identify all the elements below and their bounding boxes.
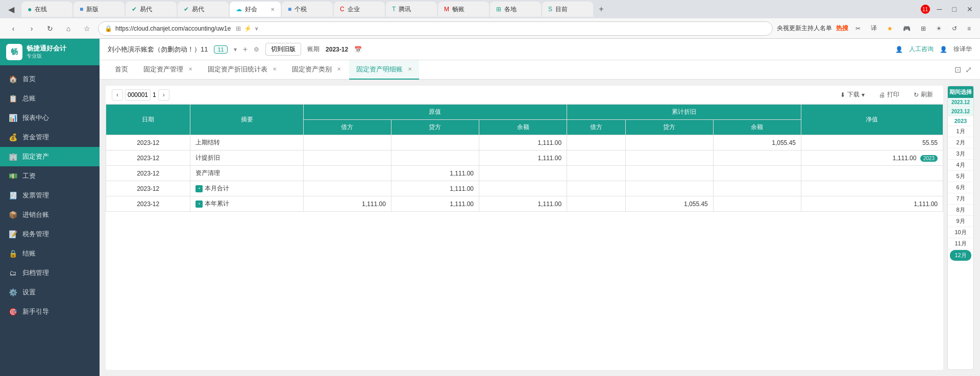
scissor-icon[interactable]: ✂ <box>852 24 864 33</box>
forward-btn[interactable]: › <box>24 21 39 36</box>
customer-service-icon: 👤 <box>895 46 903 53</box>
period-month-12[interactable]: 12月 <box>950 250 971 261</box>
tab-易代2[interactable]: ✔ 易代 <box>178 2 229 17</box>
customer-service-label[interactable]: 人工咨询 <box>909 45 934 54</box>
tab-畅账[interactable]: M 畅账 <box>438 2 489 17</box>
sidebar-item-guide[interactable]: 🎯 新手引导 <box>0 302 100 321</box>
page-code-input[interactable] <box>125 89 151 101</box>
brightness-icon[interactable]: ☀ <box>933 24 945 33</box>
grid-icon[interactable]: ⊞ <box>918 24 929 33</box>
sidebar-item-settings[interactable]: ⚙️ 设置 <box>0 283 100 302</box>
tab-新版[interactable]: ■ 新版 <box>74 2 125 17</box>
page-tab-fa-mgmt[interactable]: 固定资产管理 ✕ <box>136 60 200 80</box>
sidebar-label-invoices: 发票管理 <box>22 191 49 200</box>
col-accum-debit: 借方 <box>567 120 625 135</box>
page-tab-fa-detail[interactable]: 固定资产明细账 ✕ <box>349 60 419 80</box>
tab-企业[interactable]: C 企业 <box>334 2 385 17</box>
back-btn[interactable]: ‹ <box>6 21 20 36</box>
inventory-icon: 📦 <box>8 210 17 219</box>
summary-text-4: 本月合计 <box>205 184 229 193</box>
guide-icon: 🎯 <box>8 307 17 316</box>
undo-icon[interactable]: ↺ <box>949 24 960 33</box>
close-tab-fa-detail[interactable]: ✕ <box>408 66 412 72</box>
tab-在线[interactable]: ● 在线 <box>21 2 72 17</box>
cell-accum-credit-5: 1,055.45 <box>625 196 713 212</box>
period-month-10[interactable]: 10月 <box>948 227 973 238</box>
refresh-btn[interactable]: ↻ 刷新 <box>910 89 937 101</box>
fixed-assets-table: 日期 摘要 原值 累计折旧 净值 借方 贷方 余额 借方 <box>106 104 943 212</box>
menu-icon[interactable]: ≡ <box>964 24 974 33</box>
tab-目前[interactable]: S 目前 <box>542 2 593 17</box>
close-tab-fa-mgmt[interactable]: ✕ <box>188 66 192 72</box>
col-orig-debit: 借方 <box>303 120 391 135</box>
refresh-label: 刷新 <box>921 90 933 99</box>
sidebar-item-archive[interactable]: 🗂 归档管理 <box>0 263 100 283</box>
expand-account-btn[interactable]: ▾ <box>234 46 237 53</box>
prev-page-btn[interactable]: ‹ <box>112 89 123 101</box>
tab-close-好会[interactable]: ✕ <box>271 7 275 12</box>
sidebar-item-closing[interactable]: 🔒 结账 <box>0 244 100 263</box>
sidebar-item-home[interactable]: 🏠 首页 <box>0 69 100 89</box>
sidebar-item-payroll[interactable]: 💵 工资 <box>0 166 100 186</box>
home-btn[interactable]: ⌂ <box>61 21 76 36</box>
cell-orig-credit-3: 1,111.00 <box>391 166 479 181</box>
period-month-1[interactable]: 1月 <box>948 126 973 137</box>
period-month-6[interactable]: 6月 <box>948 182 973 193</box>
sidebar-item-tax[interactable]: 📝 税务管理 <box>0 224 100 244</box>
tab-个税[interactable]: ■ 个税 <box>282 2 333 17</box>
cell-orig-credit-4: 1,111.00 <box>391 181 479 196</box>
period-month-2[interactable]: 2月 <box>948 137 973 148</box>
table-scroll[interactable]: 日期 摘要 原值 累计折旧 净值 借方 贷方 余额 借方 <box>106 104 943 370</box>
badge-count: 11 <box>921 5 930 14</box>
star-icon[interactable]: ★ <box>884 24 896 33</box>
period-month-5[interactable]: 5月 <box>948 171 973 182</box>
tab-易代1[interactable]: ✔ 易代 <box>126 2 177 17</box>
next-page-btn[interactable]: › <box>158 89 169 101</box>
collapse-icon[interactable]: ⊡ <box>954 65 961 74</box>
download-btn[interactable]: ⬇ 下载 ▾ <box>836 89 869 101</box>
close-tab-fa-dep[interactable]: ✕ <box>273 66 277 72</box>
settings-btn[interactable]: ⚙ <box>254 46 259 53</box>
period-month-9[interactable]: 9月 <box>948 216 973 227</box>
cell-orig-debit-1 <box>303 135 391 151</box>
bookmark-btn[interactable]: ☆ <box>80 21 94 36</box>
tab-腾讯[interactable]: T 腾讯 <box>386 2 437 17</box>
period-month-3[interactable]: 3月 <box>948 148 973 160</box>
sidebar-item-fixed-assets[interactable]: 🏢 固定资产 <box>0 147 100 166</box>
new-tab-btn[interactable]: + <box>594 2 608 16</box>
period-month-7[interactable]: 7月 <box>948 193 973 205</box>
reload-btn[interactable]: ↻ <box>43 21 57 36</box>
period-month-8[interactable]: 8月 <box>948 205 973 216</box>
browser-back-btn[interactable]: ◀ <box>4 2 18 16</box>
fullscreen-icon[interactable]: ⤢ <box>965 65 972 74</box>
sidebar-item-inventory[interactable]: 📦 进销台账 <box>0 205 100 224</box>
calendar-icon[interactable]: 📅 <box>354 46 362 53</box>
payroll-icon: 💵 <box>8 171 17 181</box>
address-field[interactable]: 🔒 https://cloud.chanjet.com/accounting/u… <box>98 21 773 36</box>
window-maximize-btn[interactable]: □ <box>949 5 960 13</box>
cell-summary-4: + 本月合计 <box>190 181 303 196</box>
sidebar-item-funds[interactable]: 💰 资金管理 <box>0 128 100 147</box>
page-tab-fa-category[interactable]: 固定资产类别 ✕ <box>285 60 348 80</box>
window-minimize-btn[interactable]: ─ <box>934 5 945 13</box>
tab-好会[interactable]: ☁ 好会 ✕ <box>230 2 281 17</box>
sidebar-item-reports[interactable]: 📊 报表中心 <box>0 108 100 128</box>
cell-orig-balance-3 <box>479 166 567 181</box>
switch-version-btn[interactable]: 切到旧版 <box>265 43 301 56</box>
game-icon[interactable]: 🎮 <box>900 24 914 33</box>
print-btn[interactable]: 🖨 打印 <box>875 89 903 101</box>
close-tab-fa-cat[interactable]: ✕ <box>337 66 341 72</box>
period-month-4[interactable]: 4月 <box>948 160 973 171</box>
tab-各地[interactable]: ⊞ 各地 <box>490 2 541 17</box>
table-row: 2023-12 计提折旧 1,111.00 <box>106 151 943 166</box>
sidebar-item-ledger[interactable]: 📋 总账 <box>0 89 100 108</box>
page-tab-home[interactable]: 首页 <box>108 60 135 80</box>
sidebar-item-invoices[interactable]: 🧾 发票管理 <box>0 186 100 205</box>
window-close-btn[interactable]: ✕ <box>964 5 976 13</box>
period-month-11[interactable]: 11月 <box>948 238 973 249</box>
translate-icon[interactable]: 译 <box>868 23 880 34</box>
period-year-2023[interactable]: 2023 <box>948 116 973 126</box>
page-tab-fa-depreciation[interactable]: 固定资产折旧统计表 ✕ <box>201 60 284 80</box>
add-account-btn[interactable]: + <box>243 45 248 54</box>
page-number: 1 <box>125 89 156 101</box>
